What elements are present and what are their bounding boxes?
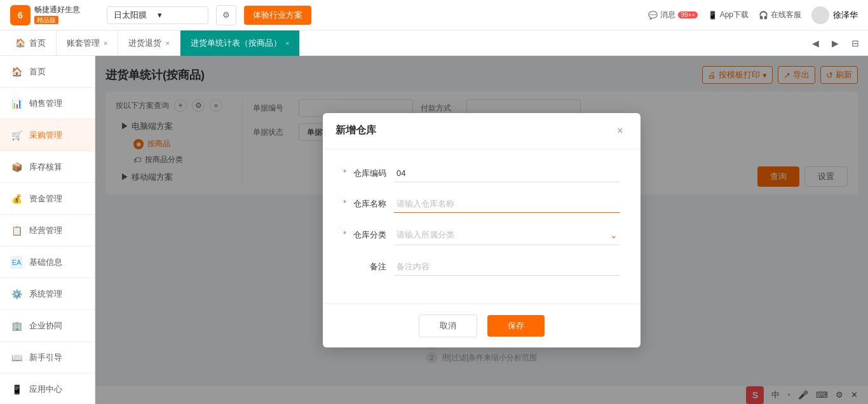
modal-body: 仓库编码 仓库名称 仓库分类 请输入所属分类 ⌄: [323, 149, 641, 304]
logo-area: 6 畅捷通好生意 精品版: [10, 5, 99, 25]
chevron-down-icon: ⌄: [610, 230, 618, 240]
enterprise-icon: 🏢: [10, 320, 23, 332]
tab-accounts[interactable]: 账套管理 ×: [57, 30, 118, 56]
modal-overlay[interactable]: 新增仓库 × 仓库编码 仓库名称 仓库分类: [95, 56, 868, 404]
code-label: 仓库编码: [343, 168, 394, 179]
save-button[interactable]: 保存: [487, 315, 545, 337]
notes-label: 备注: [343, 261, 394, 273]
apps-icon: 📱: [10, 383, 23, 396]
inventory-icon: 📦: [10, 161, 23, 173]
chevron-down-icon: ▾: [158, 10, 201, 20]
headset-icon: 🎧: [759, 11, 768, 20]
phone-icon: 📱: [708, 11, 717, 20]
modal-header: 新增仓库 ×: [323, 113, 641, 149]
message-badge: 99++: [678, 11, 697, 18]
tab-bar-right: ◀ ▶ ⊟: [808, 37, 863, 50]
user-area[interactable]: 徐泽华: [811, 6, 858, 24]
home-icon: 🏠: [15, 38, 25, 48]
tab-purchase-return[interactable]: 进货退货 ×: [118, 30, 180, 56]
name-label: 仓库名称: [343, 198, 394, 210]
sidebar-item-sales[interactable]: 📊 销售管理: [0, 88, 95, 119]
form-row-name: 仓库名称: [343, 195, 620, 213]
tab-purchase-stats[interactable]: 进货单统计表（按商品） ×: [180, 30, 300, 56]
finance-icon: 💰: [10, 192, 23, 205]
sidebar: 🏠 首页 📊 销售管理 🛒 采购管理 📦 库存核算 💰 资金管理 📋 经营管理 …: [0, 56, 95, 404]
sidebar-item-guide[interactable]: 📖 新手引导: [0, 342, 95, 374]
sidebar-item-basicinfo[interactable]: EA 基础信息: [0, 246, 95, 278]
tab-menu-btn[interactable]: ⊟: [848, 37, 863, 50]
tab-close-purchase-return[interactable]: ×: [165, 39, 169, 47]
form-row-code: 仓库编码: [343, 165, 620, 182]
app-download-button[interactable]: 📱 App下载: [708, 10, 749, 20]
notes-input[interactable]: [394, 258, 620, 276]
modal-title: 新增仓库: [336, 124, 376, 137]
online-service-button[interactable]: 🎧 在线客服: [759, 10, 801, 20]
sidebar-item-enterprise[interactable]: 🏢 企业协同: [0, 310, 95, 342]
operations-icon: 📋: [10, 224, 23, 237]
sidebar-item-inventory[interactable]: 📦 库存核算: [0, 151, 95, 183]
tab-prev-btn[interactable]: ◀: [808, 37, 823, 50]
sidebar-item-system[interactable]: ⚙️ 系统管理: [0, 278, 95, 310]
main-layout: 🏠 首页 📊 销售管理 🛒 采购管理 📦 库存核算 💰 资金管理 📋 经营管理 …: [0, 56, 868, 404]
message-icon: 💬: [648, 11, 658, 20]
purchase-icon: 🛒: [10, 129, 23, 142]
avatar: [811, 6, 829, 24]
store-selector[interactable]: 日太阳膜 ▾: [107, 6, 208, 24]
cancel-button[interactable]: 取消: [419, 314, 477, 337]
system-icon: ⚙️: [10, 288, 23, 300]
header-right: 💬 消息 99++ 📱 App下载 🎧 在线客服 徐泽华: [648, 6, 858, 24]
sidebar-item-finance[interactable]: 💰 资金管理: [0, 183, 95, 215]
form-row-category: 仓库分类 请输入所属分类 ⌄: [343, 226, 620, 245]
gear-button[interactable]: ⚙: [216, 5, 236, 25]
logo-text: 畅捷通好生意 精品版: [34, 5, 80, 25]
form-row-notes: 备注: [343, 258, 620, 276]
sidebar-item-operations[interactable]: 📋 经营管理: [0, 215, 95, 246]
logo-icon: 6: [10, 5, 31, 25]
tab-close-accounts[interactable]: ×: [104, 39, 107, 47]
modal-new-warehouse: 新增仓库 × 仓库编码 仓库名称 仓库分类: [323, 113, 641, 347]
sidebar-item-purchase[interactable]: 🛒 采购管理: [0, 119, 95, 151]
code-input[interactable]: [394, 165, 620, 182]
tab-home[interactable]: 🏠 首页: [5, 30, 57, 56]
tab-next-btn[interactable]: ▶: [828, 37, 843, 50]
top-header: 6 畅捷通好生意 精品版 日太阳膜 ▾ ⚙ 体验行业方案 💬 消息 99++ 📱…: [0, 0, 868, 30]
trial-button[interactable]: 体验行业方案: [244, 6, 311, 25]
sales-icon: 📊: [10, 97, 23, 110]
guide-icon: 📖: [10, 351, 23, 364]
modal-close-button[interactable]: ×: [613, 123, 628, 138]
modal-footer: 取消 保存: [323, 304, 641, 347]
tab-close-purchase-stats[interactable]: ×: [285, 39, 289, 47]
category-label: 仓库分类: [343, 229, 394, 241]
name-input[interactable]: [394, 195, 620, 213]
messages-button[interactable]: 💬 消息 99++: [648, 10, 697, 20]
home-icon: 🏠: [10, 65, 23, 78]
tab-bar: 🏠 首页 账套管理 × 进货退货 × 进货单统计表（按商品） × ◀ ▶ ⊟: [0, 30, 868, 56]
basicinfo-icon: EA: [10, 256, 23, 269]
sidebar-item-apps[interactable]: 📱 应用中心: [0, 374, 95, 404]
sidebar-item-home[interactable]: 🏠 首页: [0, 56, 95, 88]
content-area: 进货单统计(按商品) 🖨 按模板打印 ▾ ↗ 导出 ↺ 刷新: [95, 56, 868, 404]
category-select[interactable]: 请输入所属分类 ⌄: [394, 226, 620, 245]
